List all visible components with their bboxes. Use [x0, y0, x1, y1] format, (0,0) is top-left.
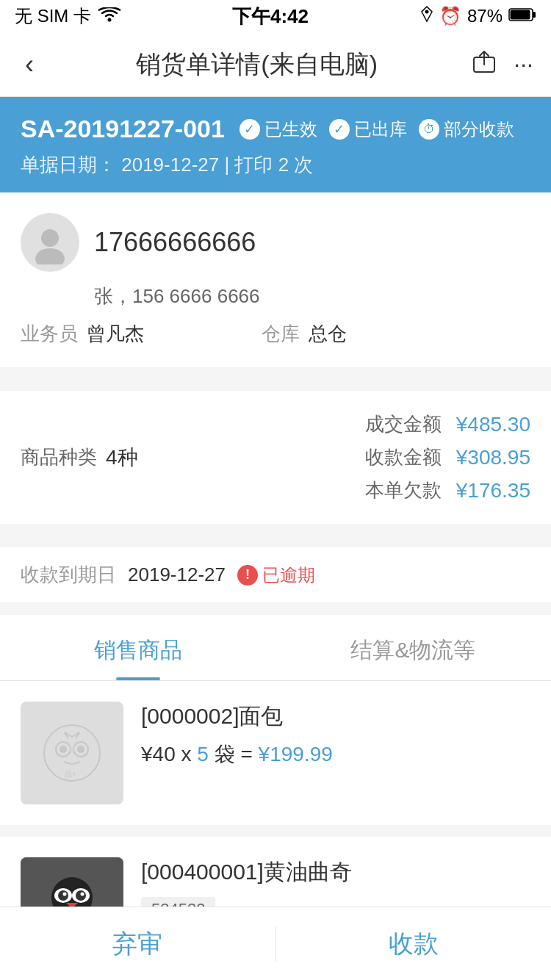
badge-partial-payment: ⏱ 部分收款: [419, 118, 514, 141]
tab-settlement-logistics[interactable]: 结算&物流等: [276, 615, 551, 680]
product-equals-1: =: [240, 743, 258, 765]
transaction-label: 成交金额: [365, 411, 442, 437]
warehouse-label: 仓库: [262, 321, 300, 347]
summary-card: 商品种类 4种 成交金额 ¥485.30 收款金额 ¥308.95 本单欠款 ¥…: [0, 391, 551, 524]
clock-icon: ⏱: [419, 119, 439, 140]
due-date-value: 2019-12-27: [128, 563, 226, 586]
product-item: 品+ [0000002]面包 ¥40 x 5 袋 = ¥199.99: [0, 681, 551, 825]
order-badges: ✓ 已生效 ✓ 已出库 ⏱ 部分收款: [240, 118, 514, 141]
customer-avatar: [21, 213, 79, 272]
bottom-bar: 弃审 收款: [0, 907, 551, 980]
wifi-icon: [98, 6, 120, 26]
financial-summary: 成交金额 ¥485.30 收款金额 ¥308.95 本单欠款 ¥176.35: [365, 411, 530, 503]
carrier-text: 无 SIM 卡: [15, 4, 91, 28]
status-left: 无 SIM 卡: [15, 4, 120, 28]
product-types-label: 商品种类: [21, 444, 97, 470]
tab-sales-products[interactable]: 销售商品: [0, 615, 276, 680]
status-right: ⏰ 87%: [420, 6, 536, 26]
order-header: SA-20191227-001 ✓ 已生效 ✓ 已出库 ⏱ 部分收款 单据日期：…: [0, 97, 551, 192]
badge-effective: ✓ 已生效: [240, 118, 317, 141]
alarm-icon: ⏰: [439, 6, 461, 26]
customer-card: 17666666666 张，156 6666 6666 业务员 曾凡杰 仓库 总…: [0, 192, 551, 367]
battery-text: 87%: [467, 6, 503, 26]
svg-point-12: [60, 746, 67, 753]
overdue-icon: !: [237, 565, 258, 586]
collect-payment-button[interactable]: 收款: [276, 912, 552, 976]
share-icon[interactable]: [472, 50, 496, 79]
cancel-audit-button[interactable]: 弃审: [0, 912, 276, 976]
product-thumb-placeholder-1: 品+: [21, 702, 123, 804]
product-name-2: [000400001]黄油曲奇: [141, 857, 530, 887]
due-date-label: 收款到期日: [21, 562, 116, 588]
product-price-1: ¥40 x 5 袋 = ¥199.99: [141, 741, 530, 768]
svg-point-1: [425, 10, 428, 14]
svg-point-7: [41, 229, 59, 247]
received-label: 收款金额: [365, 444, 442, 470]
nav-actions: ···: [472, 50, 533, 79]
location-icon: [420, 6, 433, 26]
divider-3: [0, 603, 551, 615]
product-unit-1: 袋: [215, 743, 235, 765]
product-total-1: ¥199.99: [259, 743, 333, 765]
badge-outbound: ✓ 已出库: [329, 118, 407, 141]
svg-point-20: [76, 890, 86, 901]
svg-rect-4: [510, 10, 530, 20]
page-title: 销货单详情(来自电脑): [41, 48, 472, 82]
transaction-row: 成交金额 ¥485.30: [365, 411, 530, 437]
order-id: SA-20191227-001: [21, 115, 225, 143]
owed-label: 本单欠款: [365, 478, 442, 503]
owed-row: 本单欠款 ¥176.35: [365, 478, 530, 503]
battery-icon: [508, 6, 536, 26]
customer-details: 业务员 曾凡杰 仓库 总仓: [21, 321, 530, 347]
svg-point-0: [108, 18, 112, 22]
overdue-badge: ! 已逾期: [237, 563, 315, 587]
svg-rect-3: [533, 12, 536, 18]
status-bar: 无 SIM 卡 下午4:42 ⏰ 87%: [0, 0, 551, 32]
overdue-label: 已逾期: [262, 563, 315, 587]
back-button[interactable]: ‹: [18, 42, 41, 87]
product-unit-price-1: ¥40: [141, 743, 176, 765]
product-info-1: [0000002]面包 ¥40 x 5 袋 = ¥199.99: [141, 702, 530, 804]
warehouse-value: 总仓: [309, 321, 347, 347]
svg-point-19: [58, 890, 68, 901]
order-meta: 单据日期： 2019-12-27 | 打印 2 次: [21, 152, 530, 178]
transaction-amount: ¥485.30: [456, 413, 530, 436]
owed-amount: ¥176.35: [456, 479, 530, 502]
checkmark-icon-2: ✓: [329, 119, 350, 140]
received-amount: ¥308.95: [456, 446, 530, 469]
salesperson-label: 业务员: [21, 321, 78, 347]
salesperson-value: 曾凡杰: [87, 321, 144, 347]
product-thumbnail-1: 品+: [21, 702, 123, 804]
status-time: 下午4:42: [232, 4, 309, 29]
due-date-row: 收款到期日 2019-12-27 ! 已逾期: [0, 547, 551, 603]
warehouse-detail: 仓库 总仓: [262, 321, 347, 347]
svg-point-22: [81, 893, 84, 896]
salesperson-detail: 业务员 曾凡杰: [21, 321, 144, 347]
divider-1: [0, 367, 551, 379]
more-icon[interactable]: ···: [514, 51, 533, 78]
divider-2: [0, 524, 551, 536]
product-tabs: 销售商品 结算&物流等: [0, 615, 551, 681]
checkmark-icon-1: ✓: [240, 119, 260, 140]
svg-point-21: [63, 893, 67, 896]
product-quantity-1: 5: [197, 743, 209, 765]
product-types-count: 4种: [106, 444, 138, 472]
customer-full-name: 张，156 6666 6666: [21, 284, 530, 309]
svg-point-13: [77, 746, 84, 753]
svg-text:品+: 品+: [65, 770, 76, 778]
received-row: 收款金额 ¥308.95: [365, 444, 530, 470]
product-name-1: [0000002]面包: [141, 702, 530, 732]
product-types: 商品种类 4种: [21, 411, 350, 503]
nav-bar: ‹ 销货单详情(来自电脑) ···: [0, 32, 551, 97]
product-multiply-1: x: [181, 743, 198, 765]
customer-phone: 17666666666: [94, 227, 256, 258]
